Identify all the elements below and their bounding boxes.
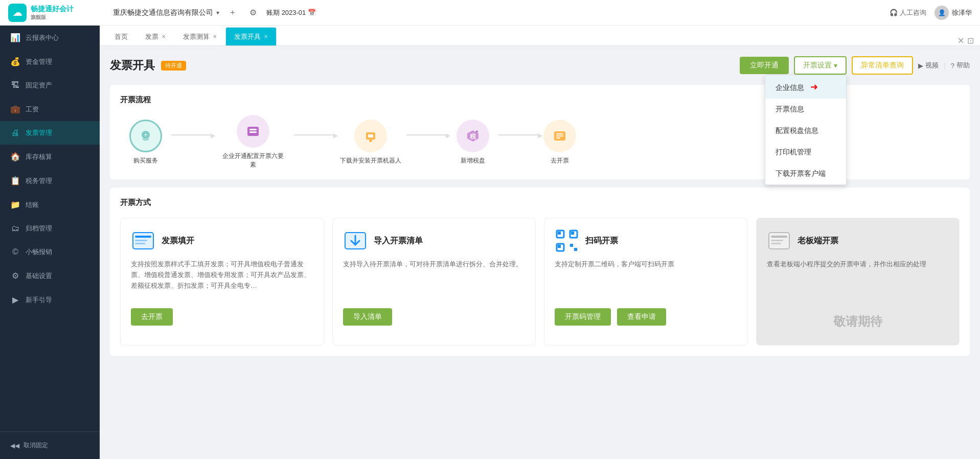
sidebar-item-guide[interactable]: ▶ 新手引导 xyxy=(0,288,100,312)
tab-close-invoice[interactable]: ✕ xyxy=(162,34,166,39)
sidebar-item-inventory[interactable]: 🏠 库存核算 xyxy=(0,145,100,169)
sidebar-item-salary[interactable]: 💼 工资 xyxy=(0,97,100,121)
flow-step-5-label: 去开票 xyxy=(551,156,569,165)
dropdown-item-invoice-info[interactable]: 开票信息 xyxy=(765,99,846,120)
tab-close-open[interactable]: ✕ xyxy=(264,34,268,39)
sidebar-item-archive[interactable]: 🗂 归档管理 xyxy=(0,217,100,240)
sidebar-item-tax[interactable]: 📋 税务管理 xyxy=(0,169,100,193)
play-icon: ▶ xyxy=(918,62,923,70)
svg-point-7 xyxy=(369,139,372,142)
method-manual-icon xyxy=(131,228,155,253)
flow-step-1-icon: + xyxy=(129,120,162,152)
methods-grid: 发票填开 支持按照发票样式手工填开发票；可开具增值税电子普通发票、增值税普通发票… xyxy=(120,218,960,346)
logo: ☁ 畅捷通好会计 旗舰版 xyxy=(8,4,108,22)
method-scan-title: 扫码开票 xyxy=(585,236,618,246)
flow-step-4-label: 新增税盘 xyxy=(461,156,485,165)
svg-rect-3 xyxy=(249,129,257,130)
method-manual-btn[interactable]: 去开票 xyxy=(131,308,173,326)
guide-icon: ▶ xyxy=(10,295,20,305)
method-scan-btn2[interactable]: 查看申请 xyxy=(617,308,666,326)
fund-icon: 💰 xyxy=(10,57,20,66)
video-button[interactable]: ▶ 视频 xyxy=(918,61,939,70)
method-manual: 发票填开 支持按照发票样式手工填开发票；可开具增值税电子普通发票、增值税普通发票… xyxy=(120,218,324,346)
page-title: 发票开具 xyxy=(110,58,155,73)
method-scan-icon xyxy=(555,228,579,253)
company-name: 重庆畅捷交通信息咨询有限公司 xyxy=(113,8,213,17)
add-company-button[interactable]: ＋ xyxy=(225,6,240,20)
method-boss-icon xyxy=(767,228,791,253)
svg-text:+: + xyxy=(475,129,478,134)
sidebar-item-report[interactable]: © 小畅报销 xyxy=(0,240,100,264)
methods-section: 开票方式 发票填开 支持按照发票样式手工填开发票；可开具增值税电子普通发票、增值… xyxy=(110,188,970,356)
tab-close-calc[interactable]: ✕ xyxy=(213,34,217,39)
sidebar-label: 基础设置 xyxy=(26,271,52,281)
method-import-btn[interactable]: 导入清单 xyxy=(343,308,392,326)
tax-icon: 📋 xyxy=(10,176,20,186)
sidebar-item-fund[interactable]: 💰 资金管理 xyxy=(0,50,100,74)
dropdown-item-company-info[interactable]: 企业信息 ➜ xyxy=(765,75,846,99)
dropdown-item-printer[interactable]: 打印机管理 xyxy=(765,142,846,163)
svg-rect-17 xyxy=(135,240,147,241)
avatar: 👤 xyxy=(935,6,949,20)
inventory-icon: 🏠 xyxy=(10,152,20,162)
headset-icon: 🎧 xyxy=(890,9,898,16)
sidebar-item-invoice[interactable]: 🖨 发票管理 xyxy=(0,121,100,145)
dropdown-item-tax-disk[interactable]: 配置税盘信息 xyxy=(765,120,846,142)
company-selector[interactable]: 重庆畅捷交通信息咨询有限公司 ▾ xyxy=(113,8,219,17)
sidebar-label: 发票管理 xyxy=(26,128,52,137)
method-import-icon xyxy=(343,228,368,253)
sidebar-item-settlement[interactable]: 📁 结账 xyxy=(0,193,100,217)
expand-button[interactable]: ⊡ xyxy=(967,36,974,45)
svg-rect-4 xyxy=(249,131,257,133)
user-menu[interactable]: 👤 徐泽华 xyxy=(935,6,972,20)
sidebar-item-cloud-report[interactable]: 📊 云报表中心 xyxy=(0,26,100,50)
method-boss: 老板端开票 查看老板端小程序提交的开票申请，并作出相应的处理 敬请期待 xyxy=(756,218,960,346)
cancel-pin-button[interactable]: ◀◀ 取消固定 xyxy=(0,436,100,455)
dropdown-item-download-client[interactable]: 下载开票客户端 xyxy=(765,163,846,185)
sidebar-label: 归档管理 xyxy=(26,224,52,233)
invoice-icon: 🖨 xyxy=(10,128,20,137)
settings-dropdown-button[interactable]: 开票设置 ▾ xyxy=(794,56,847,75)
settings-button[interactable]: ⚙ xyxy=(246,6,260,20)
flow-step-2-label: 企业开通配置开票六要素 xyxy=(222,152,284,169)
close-tab-button[interactable]: ✕ xyxy=(958,36,964,45)
tab-invoice-calc[interactable]: 发票测算 ✕ xyxy=(174,27,225,45)
svg-rect-30 xyxy=(771,240,783,241)
svg-rect-18 xyxy=(135,243,145,244)
salary-icon: 💼 xyxy=(10,104,20,114)
abnormal-list-button[interactable]: 异常清单查询 xyxy=(852,56,913,75)
coming-soon-overlay: 敬请期待 xyxy=(767,308,949,335)
fixed-assets-icon: 🏗 xyxy=(10,81,20,90)
tab-home[interactable]: 首页 xyxy=(106,27,136,45)
sidebar-label: 结账 xyxy=(26,200,39,210)
svg-rect-13 xyxy=(556,135,563,136)
help-button[interactable]: ? 帮助 xyxy=(951,61,970,70)
chevron-down-icon: ▾ xyxy=(834,61,837,70)
sidebar-label: 工资 xyxy=(26,105,39,114)
cancel-pin-icon: ◀◀ xyxy=(10,442,19,449)
svg-rect-12 xyxy=(556,133,563,134)
tab-invoice-open[interactable]: 发票开具 ✕ xyxy=(225,27,277,45)
sidebar-item-fixed-assets[interactable]: 🏗 固定资产 xyxy=(0,74,100,97)
sidebar-label: 新手引导 xyxy=(26,295,52,305)
support-button[interactable]: 🎧 人工咨询 xyxy=(890,8,926,17)
methods-section-title: 开票方式 xyxy=(120,198,960,208)
svg-rect-25 xyxy=(558,245,561,248)
method-boss-desc: 查看老板端小程序提交的开票申请，并作出相应的处理 xyxy=(767,259,949,300)
archive-icon: 🗂 xyxy=(10,224,20,233)
method-scan-btn[interactable]: 开票码管理 xyxy=(555,308,611,326)
svg-rect-23 xyxy=(571,232,574,235)
flow-step-2-icon xyxy=(237,115,269,148)
svg-rect-21 xyxy=(558,232,561,235)
page-content: 发票开具 待开通 立即开通 开票设置 ▾ xyxy=(100,46,980,459)
svg-rect-6 xyxy=(368,134,373,137)
report-icon: © xyxy=(10,247,20,257)
sidebar-item-settings[interactable]: ⚙ 基础设置 xyxy=(0,264,100,288)
method-import-desc: 支持导入待开票清单，可对待开票清单进行拆分、合并处理。 xyxy=(343,259,526,300)
cloud-report-icon: 📊 xyxy=(10,33,20,42)
activate-button[interactable]: 立即开通 xyxy=(740,57,789,74)
svg-rect-14 xyxy=(556,137,560,139)
logo-title: 畅捷通好会计 xyxy=(31,5,74,14)
sidebar-label: 云报表中心 xyxy=(26,33,59,42)
tab-invoice[interactable]: 发票 ✕ xyxy=(136,27,174,45)
